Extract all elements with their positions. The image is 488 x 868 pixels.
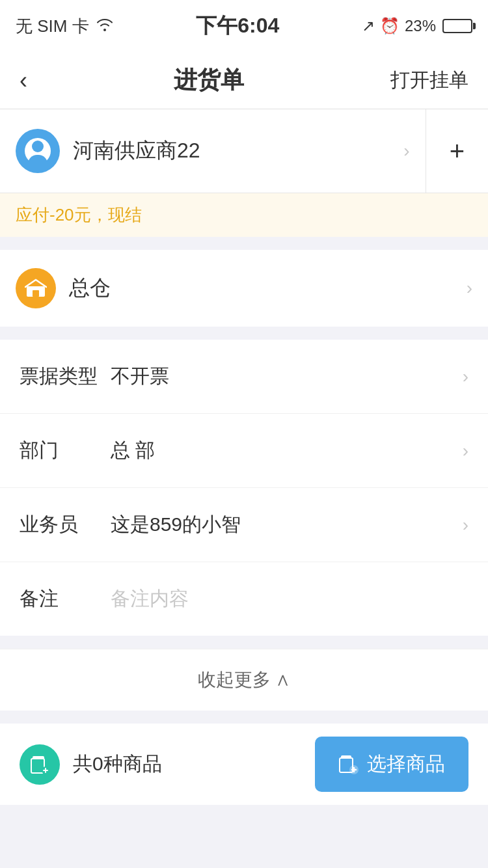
- product-count-text: 共0种商品: [73, 751, 302, 778]
- department-value: 总 部: [111, 437, 463, 464]
- nav-bar: ‹ 进货单 打开挂单: [0, 52, 488, 109]
- add-supplier-button[interactable]: +: [426, 109, 488, 193]
- carrier-label: 无 SIM 卡: [16, 15, 89, 38]
- warehouse-name: 总仓: [69, 274, 454, 303]
- invoice-type-row[interactable]: 票据类型 不开票 ›: [0, 340, 488, 414]
- notice-text: 应付-20元，现结: [16, 205, 142, 224]
- svg-rect-1: [33, 290, 39, 297]
- notice-bar: 应付-20元，现结: [0, 193, 488, 237]
- gray-bottom-area: [0, 805, 488, 868]
- warehouse-row[interactable]: 总仓 ›: [0, 250, 488, 327]
- alarm-icon: ⏰: [380, 17, 400, 35]
- select-product-button[interactable]: 选择商品: [315, 737, 468, 792]
- remark-label: 备注: [20, 586, 111, 612]
- remark-input[interactable]: 备注内容: [111, 586, 468, 612]
- invoice-chevron-icon: ›: [463, 366, 468, 387]
- department-row[interactable]: 部门 总 部 ›: [0, 414, 488, 488]
- collapse-label: 收起更多 ∧: [198, 668, 291, 692]
- content: 河南供应商22 › + 应付-20元，现结 总仓 › 票据类型 不开票 ›: [0, 109, 488, 868]
- status-right: ↗ ⏰ 23%: [362, 17, 472, 35]
- warehouse-icon: [16, 268, 56, 308]
- supplier-section: 河南供应商22 › +: [0, 109, 488, 193]
- product-count-icon: [20, 744, 60, 785]
- department-label: 部门: [20, 437, 111, 464]
- salesperson-chevron-icon: ›: [463, 515, 468, 536]
- battery-icon: [442, 19, 472, 33]
- invoice-type-label: 票据类型: [20, 363, 111, 390]
- supplier-row[interactable]: 河南供应商22 ›: [0, 109, 426, 193]
- invoice-type-value: 不开票: [111, 363, 463, 390]
- supplier-name: 河南供应商22: [73, 137, 200, 165]
- salesperson-value: 这是859的小智: [111, 511, 463, 538]
- battery-percentage: 23%: [405, 17, 436, 35]
- salesperson-label: 业务员: [20, 511, 111, 538]
- status-bar: 无 SIM 卡 下午6:04 ↗ ⏰ 23%: [0, 0, 488, 52]
- bottom-bar: 共0种商品 选择商品: [0, 724, 488, 805]
- warehouse-chevron-icon: ›: [467, 278, 472, 299]
- form-section: 票据类型 不开票 › 部门 总 部 › 业务员 这是859的小智 › 备注 备注…: [0, 340, 488, 636]
- wifi-icon: [96, 17, 114, 35]
- status-left: 无 SIM 卡: [16, 15, 114, 38]
- supplier-chevron-icon: ›: [403, 141, 409, 161]
- open-pending-button[interactable]: 打开挂单: [390, 67, 468, 94]
- select-product-label: 选择商品: [367, 751, 445, 778]
- page-title: 进货单: [174, 64, 244, 96]
- supplier-avatar: [16, 129, 60, 173]
- remark-row[interactable]: 备注 备注内容: [0, 562, 488, 636]
- location-icon: ↗: [362, 17, 375, 35]
- status-time: 下午6:04: [196, 12, 279, 40]
- salesperson-row[interactable]: 业务员 这是859的小智 ›: [0, 488, 488, 562]
- back-button[interactable]: ‹: [20, 67, 27, 94]
- collapse-bar[interactable]: 收起更多 ∧: [0, 649, 488, 711]
- department-chevron-icon: ›: [463, 441, 468, 461]
